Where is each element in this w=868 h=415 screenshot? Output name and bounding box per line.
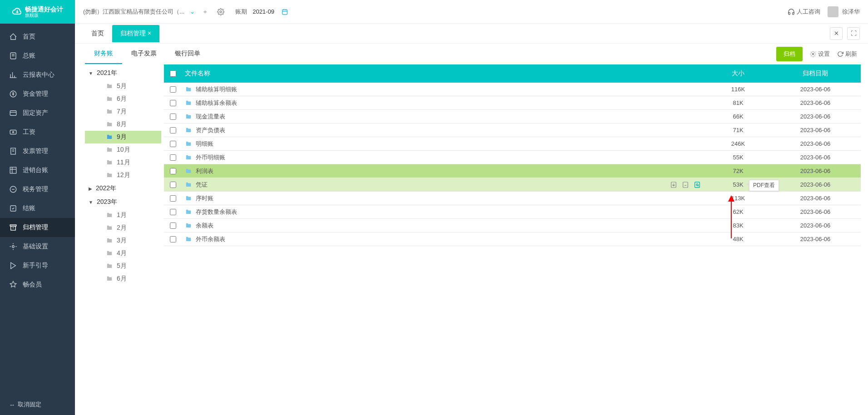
tree-year[interactable]: ▶2022年 xyxy=(85,182,161,195)
table-row[interactable]: 辅助核算明细账 116K 2023-06-06 xyxy=(164,83,861,96)
nav-item-tax[interactable]: 税务管理 xyxy=(0,180,75,199)
sub-tabs: 财务账电子发票银行回单 归档 设置 刷新 xyxy=(75,44,861,64)
tab[interactable]: 首页 xyxy=(83,25,112,42)
tree-month[interactable]: 9月 xyxy=(85,131,161,143)
close-icon[interactable]: × xyxy=(148,30,151,37)
calendar-icon[interactable] xyxy=(280,7,290,17)
table-row[interactable]: 余额表 83K 2023-06-06 xyxy=(164,219,861,232)
sub-tab[interactable]: 财务账 xyxy=(85,44,122,64)
sub-tab[interactable]: 电子发票 xyxy=(122,44,166,64)
row-checkbox[interactable] xyxy=(170,168,176,174)
row-checkbox[interactable] xyxy=(170,209,176,215)
gear-icon[interactable] xyxy=(215,6,226,17)
row-checkbox[interactable] xyxy=(170,222,176,229)
company-selector[interactable]: (勿删）江西眼宝精品有限责任公司（... xyxy=(83,8,184,16)
month-label: 6月 xyxy=(117,95,127,103)
table-row[interactable]: 序时账 113K 2023-06-06 xyxy=(164,192,861,205)
row-checkbox[interactable] xyxy=(170,114,176,120)
tree-year[interactable]: ▼2021年 xyxy=(85,66,161,80)
svg-point-30 xyxy=(812,53,814,55)
svg-rect-26 xyxy=(283,10,288,14)
archive-button[interactable]: 归档 xyxy=(776,47,803,61)
folder-icon xyxy=(106,172,113,178)
nav-item-money[interactable]: 资金管理 xyxy=(0,84,75,104)
expand-icon[interactable]: ⛶ xyxy=(847,27,860,40)
tree-month[interactable]: 6月 xyxy=(85,93,161,105)
row-checkbox[interactable] xyxy=(170,141,176,147)
download-pdf-icon[interactable] xyxy=(682,181,689,188)
table-row[interactable]: 利润表 72K 2023-06-06 xyxy=(164,164,861,178)
svg-rect-33 xyxy=(695,182,700,188)
pdf-view-icon[interactable] xyxy=(694,181,701,188)
row-checkbox[interactable] xyxy=(170,236,176,242)
table-row[interactable]: 外币余额表 48K 2023-06-06 xyxy=(164,232,861,246)
row-checkbox[interactable] xyxy=(170,100,176,106)
salary-icon xyxy=(9,128,17,136)
nav-item-inventory[interactable]: 进销台账 xyxy=(0,161,75,180)
row-checkbox[interactable] xyxy=(170,195,176,202)
select-all-checkbox[interactable] xyxy=(170,70,176,77)
nav-item-chart[interactable]: 云报表中心 xyxy=(0,65,75,84)
tree-month[interactable]: 7月 xyxy=(85,105,161,118)
table-row[interactable]: 凭证 PDF查看 53K 2023-06-06 xyxy=(164,178,861,192)
tree-month[interactable]: 2月 xyxy=(85,222,161,234)
unpin-button[interactable]: ↔ 取消固定 xyxy=(0,394,75,415)
archive-date: 2023-06-06 xyxy=(770,222,861,229)
refresh-link[interactable]: 刷新 xyxy=(837,50,857,58)
file-size: 72K xyxy=(706,168,770,174)
file-size: 66K xyxy=(706,113,770,120)
close-tab-icon[interactable]: ✕ xyxy=(830,27,843,40)
tree-month[interactable]: 10月 xyxy=(85,143,161,156)
row-checkbox[interactable] xyxy=(170,127,176,133)
tab[interactable]: 归档管理× xyxy=(112,25,159,42)
file-size: 71K xyxy=(706,127,770,133)
nav-item-vip[interactable]: 畅会员 xyxy=(0,275,75,294)
table-row[interactable]: 存货数量余额表 62K 2023-06-06 xyxy=(164,205,861,219)
table-row[interactable]: 明细账 246K 2023-06-06 xyxy=(164,137,861,151)
user-menu[interactable]: 徐泽华 xyxy=(828,6,860,17)
tree-month[interactable]: 3月 xyxy=(85,234,161,247)
tax-icon xyxy=(9,185,17,193)
nav-item-close-period[interactable]: 结账 xyxy=(0,199,75,218)
folder-icon xyxy=(106,134,113,140)
tree-month[interactable]: 6月 xyxy=(85,272,161,285)
tree-year[interactable]: ▼2023年 xyxy=(85,195,161,209)
folder-icon xyxy=(106,121,113,128)
tree-month[interactable]: 5月 xyxy=(85,260,161,272)
row-checkbox[interactable] xyxy=(170,86,176,93)
tree-month[interactable]: 5月 xyxy=(85,80,161,93)
nav-item-guide[interactable]: 新手引导 xyxy=(0,256,75,275)
nav-item-ledger[interactable]: 总账 xyxy=(0,46,75,65)
sub-tab[interactable]: 银行回单 xyxy=(166,44,209,64)
row-checkbox[interactable] xyxy=(170,154,176,161)
nav-item-archive[interactable]: 归档管理 xyxy=(0,218,75,237)
svg-line-35 xyxy=(698,185,699,186)
tree-month[interactable]: 11月 xyxy=(85,156,161,169)
nav-item-home[interactable]: 首页 xyxy=(0,27,75,46)
nav-label: 新手引导 xyxy=(23,262,48,270)
table-row[interactable]: 辅助核算余额表 81K 2023-06-06 xyxy=(164,96,861,110)
tree-month[interactable]: 4月 xyxy=(85,247,161,260)
table-row[interactable]: 外币明细账 55K 2023-06-06 xyxy=(164,151,861,164)
add-icon[interactable]: ＋ xyxy=(200,6,210,18)
chevron-down-icon[interactable]: ⌄ xyxy=(190,8,195,15)
nav-label: 畅会员 xyxy=(23,281,42,289)
support-link[interactable]: 人工咨询 xyxy=(788,8,820,16)
avatar xyxy=(828,6,838,17)
tree-month[interactable]: 8月 xyxy=(85,118,161,131)
svg-rect-15 xyxy=(10,167,16,173)
settings-link[interactable]: 设置 xyxy=(810,50,830,58)
tree-month[interactable]: 12月 xyxy=(85,169,161,182)
table-row[interactable]: 现金流量表 66K 2023-06-06 xyxy=(164,110,861,124)
row-checkbox[interactable] xyxy=(170,182,176,188)
table-row[interactable]: 资产负债表 71K 2023-06-06 xyxy=(164,124,861,137)
folder-icon xyxy=(106,263,113,269)
nav-item-settings[interactable]: 基础设置 xyxy=(0,237,75,256)
nav-item-salary[interactable]: 工资 xyxy=(0,123,75,142)
tree-month[interactable]: 1月 xyxy=(85,209,161,222)
nav-item-invoice[interactable]: 发票管理 xyxy=(0,142,75,161)
nav-item-asset[interactable]: 固定资产 xyxy=(0,104,75,123)
period-value[interactable]: 2021-09 xyxy=(253,8,274,15)
download-xml-icon[interactable] xyxy=(670,181,677,188)
archive-date: 2023-06-06 xyxy=(770,208,861,215)
